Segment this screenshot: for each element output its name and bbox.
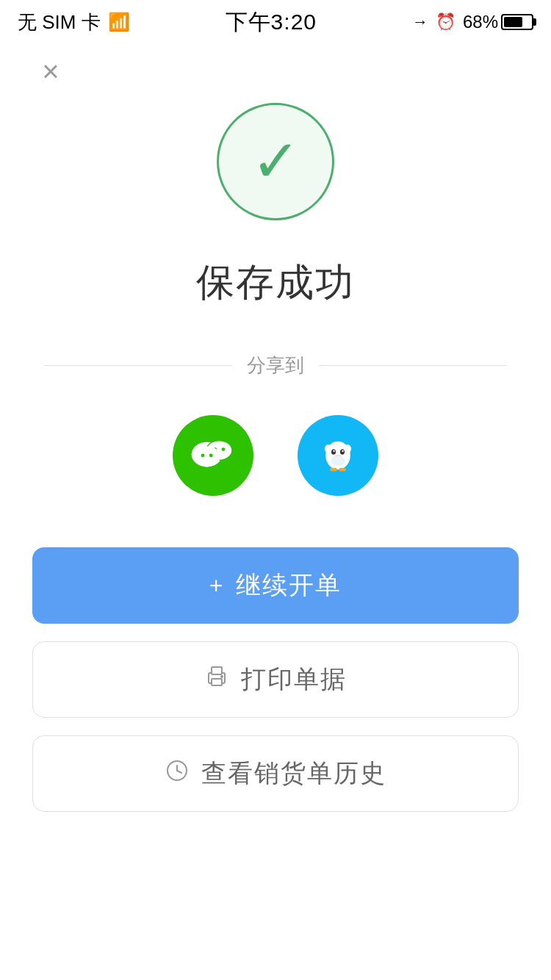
divider-right (319, 365, 507, 366)
svg-point-16 (331, 455, 345, 466)
close-button[interactable]: × (32, 53, 69, 90)
battery-icon (501, 14, 533, 30)
clock-icon (165, 758, 190, 789)
checkmark-icon: ✓ (251, 132, 300, 191)
printer-icon (204, 664, 229, 695)
svg-rect-23 (212, 667, 222, 674)
view-history-label: 查看销货单历史 (201, 757, 386, 790)
main-content: ✓ 保存成功 分享到 (0, 44, 551, 812)
share-divider: 分享到 (0, 353, 551, 378)
status-bar: 无 SIM 卡 📶 下午3:20 → ⏰ 68% (0, 0, 551, 44)
svg-point-13 (333, 450, 334, 452)
wechat-icon (187, 430, 239, 481)
plus-icon: + (209, 572, 225, 599)
svg-point-7 (201, 454, 205, 458)
svg-point-18 (344, 444, 351, 453)
status-time: 下午3:20 (226, 7, 317, 37)
print-label: 打印单据 (241, 663, 347, 696)
view-history-button[interactable]: 查看销货单历史 (32, 735, 519, 812)
svg-rect-22 (212, 679, 222, 685)
divider-left (44, 365, 232, 366)
svg-point-14 (342, 450, 343, 452)
svg-point-6 (193, 446, 220, 466)
qq-share-button[interactable] (298, 415, 378, 496)
wechat-share-button[interactable] (173, 415, 253, 496)
share-label: 分享到 (232, 353, 319, 378)
action-buttons: + 继续开单 打印单据 (0, 547, 551, 812)
svg-point-12 (340, 450, 345, 455)
svg-point-19 (330, 468, 337, 472)
wifi-icon: 📶 (108, 12, 130, 32)
svg-point-8 (209, 454, 213, 458)
close-icon: × (42, 57, 59, 86)
sim-status: 无 SIM 卡 (18, 10, 101, 35)
location-icon: → (412, 12, 428, 32)
continue-order-button[interactable]: + 继续开单 (32, 547, 519, 624)
success-title: 保存成功 (196, 257, 355, 309)
status-right: → ⏰ 68% (412, 12, 533, 32)
battery-text: 68% (463, 12, 498, 32)
battery-container: 68% (463, 12, 533, 32)
qq-icon (316, 433, 360, 478)
svg-point-24 (220, 675, 223, 678)
svg-line-27 (177, 771, 181, 773)
svg-point-4 (222, 447, 226, 451)
share-icons (173, 415, 378, 496)
success-circle: ✓ (217, 103, 334, 220)
status-left: 无 SIM 卡 📶 (18, 10, 130, 35)
svg-point-17 (325, 444, 332, 453)
print-button[interactable]: 打印单据 (32, 641, 519, 718)
svg-point-11 (331, 450, 336, 455)
continue-order-label: 继续开单 (236, 569, 342, 602)
alarm-icon: ⏰ (436, 12, 455, 32)
battery-fill (504, 17, 522, 27)
svg-point-20 (339, 468, 346, 472)
